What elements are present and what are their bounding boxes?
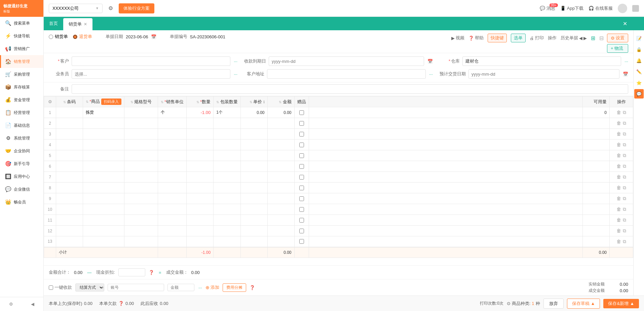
row-amount-4[interactable] (267, 150, 294, 161)
row-product-10[interactable] (83, 215, 124, 226)
row-amount-11[interactable] (267, 226, 294, 236)
row-qty-9[interactable] (187, 204, 214, 215)
sidebar-item-7[interactable]: 📋经营管理 (0, 106, 43, 119)
row-barcode-1[interactable] (56, 118, 83, 129)
rt-bell-btn[interactable]: 🔔 (634, 56, 644, 65)
product-input-2[interactable] (86, 132, 121, 137)
spec-input-1[interactable] (127, 121, 155, 126)
delete-icon-5[interactable]: 🗑 (616, 163, 621, 169)
row-gift-8[interactable] (294, 193, 309, 204)
barcode-input-12[interactable] (59, 239, 80, 244)
row-price-5[interactable] (240, 161, 267, 172)
sidebar-item-2[interactable]: 📢营销推广 (0, 42, 43, 55)
row-unit-2[interactable] (158, 129, 186, 140)
rt-star-btn[interactable]: ⭐ (634, 78, 644, 87)
amount-sort-icon[interactable]: ⇅ (279, 100, 281, 104)
row-qty-12[interactable] (187, 236, 214, 247)
barcode-input-8[interactable] (59, 196, 80, 201)
row-unit-11[interactable] (158, 226, 186, 236)
help-link[interactable]: ❓ 帮助 (468, 35, 484, 41)
trial-button[interactable]: 体验行业方案 (119, 3, 154, 13)
user-avatar2[interactable] (632, 5, 639, 12)
row-product-6[interactable] (83, 172, 124, 183)
row-barcode-12[interactable] (56, 236, 83, 247)
radio-sales[interactable]: 销货单 (49, 34, 68, 40)
row-gift-10[interactable] (294, 215, 309, 226)
barcode-input-6[interactable] (59, 175, 80, 180)
unit-sort-icon[interactable]: ⇅ (161, 100, 163, 104)
row-unit-0[interactable] (158, 107, 186, 118)
row-gift-5[interactable] (294, 161, 309, 172)
row-qty-11[interactable] (187, 226, 214, 236)
expected-date-input[interactable] (468, 69, 619, 79)
row-unit-5[interactable] (158, 161, 186, 172)
barcode-input-0[interactable] (59, 110, 80, 115)
add-payment-btn[interactable]: ⊕ 添加 (205, 284, 219, 290)
unit-input-0[interactable] (161, 110, 184, 115)
select-link[interactable]: 选单 (511, 34, 526, 42)
row-spec-12[interactable] (124, 236, 158, 247)
one-click-pay-checkbox[interactable]: 一键收款 (49, 284, 72, 290)
address-more-btn[interactable]: ··· (429, 72, 433, 77)
tab-close-btn[interactable]: ✕ (84, 22, 87, 27)
row-price-9[interactable] (240, 204, 267, 215)
gift-checkbox-5[interactable] (299, 164, 304, 169)
row-gift-3[interactable] (294, 140, 309, 150)
row-price-11[interactable] (240, 226, 267, 236)
save-new-button[interactable]: 保存&新增 ▲ (603, 299, 639, 308)
delete-icon-8[interactable]: 🗑 (616, 196, 621, 201)
spec-sort-icon[interactable]: ⇅ (130, 100, 133, 104)
row-spec-4[interactable] (124, 150, 158, 161)
barcode-input-1[interactable] (59, 121, 80, 126)
th-settings[interactable]: ⚙ (44, 96, 56, 107)
row-qty-0[interactable]: -1.00 (187, 107, 214, 118)
notes-input[interactable] (72, 84, 628, 94)
gift-checkbox-4[interactable] (299, 153, 304, 158)
company-selector[interactable]: XXXXXX公司 ▼ (49, 4, 103, 13)
barcode-input-10[interactable] (59, 218, 80, 223)
row-amount-6[interactable] (267, 172, 294, 183)
payment-amount-input[interactable] (167, 284, 194, 291)
copy-icon-11[interactable]: ⧉ (623, 228, 626, 234)
row-product-7[interactable] (83, 183, 124, 193)
shortcut-link[interactable]: 快捷键 (488, 34, 507, 42)
copy-icon-1[interactable]: ⧉ (623, 120, 626, 126)
calendar-icon[interactable]: 📅 (151, 34, 156, 39)
fee-help-icon[interactable]: ❓ (250, 285, 255, 290)
row-unit-9[interactable] (158, 204, 186, 215)
gift-checkbox-9[interactable] (299, 207, 304, 212)
row-price-12[interactable] (240, 236, 267, 247)
one-click-pay-input[interactable] (49, 285, 53, 290)
gift-checkbox-2[interactable] (299, 132, 304, 137)
row-qty-4[interactable] (187, 150, 214, 161)
row-qty-3[interactable] (187, 140, 214, 150)
customer-address-input[interactable] (267, 69, 426, 79)
row-price-3[interactable] (240, 140, 267, 150)
row-amount-1[interactable] (267, 118, 294, 129)
row-barcode-7[interactable] (56, 183, 83, 193)
spec-input-2[interactable] (127, 132, 155, 137)
row-qty-10[interactable] (187, 215, 214, 226)
price-sort-icon[interactable]: ⇅ (250, 100, 252, 104)
product-input-7[interactable] (86, 186, 121, 190)
row-pkg-10[interactable] (214, 215, 240, 226)
delete-icon-7[interactable]: 🗑 (616, 185, 621, 191)
spec-input-12[interactable] (127, 239, 155, 244)
row-pkg-7[interactable] (214, 183, 240, 193)
spec-input-9[interactable] (127, 207, 155, 212)
account-number-input[interactable] (108, 284, 164, 291)
delete-icon-3[interactable]: 🗑 (616, 142, 621, 148)
row-amount-0[interactable]: 0.00 (267, 107, 294, 118)
product-input-5[interactable] (86, 164, 121, 169)
product-input-6[interactable] (86, 175, 121, 180)
sidebar-item-6[interactable]: 💰资金管理 (0, 93, 43, 106)
barcode-input-5[interactable] (59, 164, 80, 169)
delete-icon-6[interactable]: 🗑 (616, 174, 621, 180)
row-amount-5[interactable] (267, 161, 294, 172)
row-unit-1[interactable] (158, 118, 186, 129)
row-gift-9[interactable] (294, 204, 309, 215)
unit-input-5[interactable] (161, 164, 184, 169)
tab-home[interactable]: 首页 (44, 17, 63, 30)
sidebar-item-1[interactable]: ⚡快捷导航 (0, 30, 43, 42)
copy-icon-10[interactable]: ⧉ (623, 217, 626, 223)
